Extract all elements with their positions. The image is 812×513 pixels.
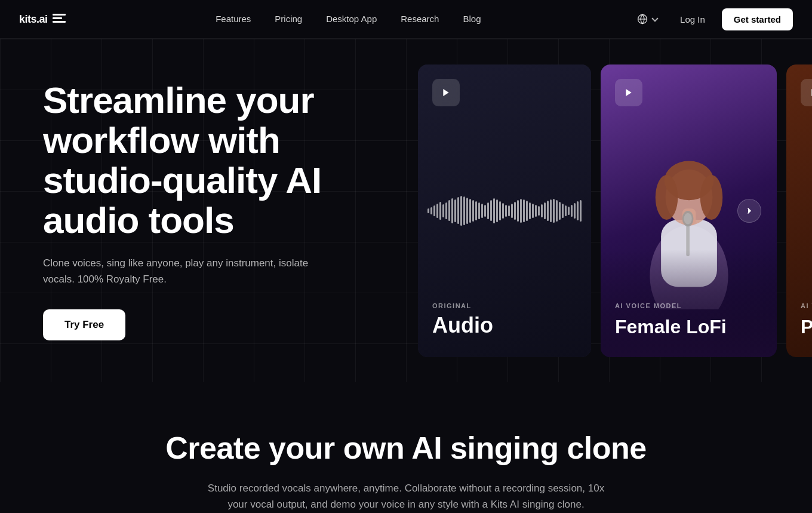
- waveform-bar: [481, 204, 483, 218]
- play-icon-voice: [624, 88, 633, 97]
- globe-icon: [637, 14, 648, 24]
- login-link[interactable]: Log In: [670, 10, 715, 29]
- play-button-partial[interactable]: [801, 79, 812, 106]
- waveform-display: [418, 193, 591, 229]
- bottom-subtitle: Studio recorded vocals anywhere, anytime…: [203, 480, 609, 512]
- waveform-bar: [538, 206, 540, 216]
- waveform-bar: [541, 204, 543, 217]
- hero-subtitle: Clone voices, sing like anyone, play any…: [43, 255, 327, 287]
- card-original-bg: ORIGINAL Audio: [418, 64, 591, 357]
- waveform-bar: [445, 202, 447, 219]
- waveform-bar: [493, 198, 495, 223]
- waveform-bar: [457, 197, 459, 224]
- logo-text: kits.ai: [19, 13, 48, 26]
- waveform-bar: [472, 200, 474, 222]
- svg-marker-1: [443, 89, 448, 96]
- waveform-bar: [547, 201, 549, 221]
- svg-marker-12: [626, 89, 631, 96]
- waveform-bar: [502, 203, 504, 219]
- chevron-right-icon: [745, 206, 754, 216]
- waveform-bar: [460, 196, 462, 226]
- svg-point-7: [655, 175, 678, 220]
- waveform-bar: [484, 205, 486, 217]
- play-button-voice[interactable]: [615, 79, 642, 106]
- waveform-bar: [427, 208, 429, 213]
- waveform-bar: [463, 196, 465, 225]
- card-partial-main-label: Po...: [801, 316, 812, 338]
- hero-section: Streamline your workflow with studio-qua…: [0, 0, 812, 382]
- nav-item-research[interactable]: Research: [391, 14, 448, 24]
- play-icon-original: [441, 88, 451, 97]
- logo-link[interactable]: kits.ai: [19, 13, 66, 26]
- waveform-bar: [442, 204, 444, 217]
- waveform-bar: [517, 200, 519, 222]
- waveform-bar: [529, 202, 531, 219]
- card-partial: AI V... Po...: [786, 64, 812, 357]
- nav-right: Log In Get started: [631, 8, 793, 30]
- card-voice-main-label: Female LoFi: [615, 316, 727, 338]
- hero-content: Streamline your workflow with studio-qua…: [0, 45, 370, 376]
- nav-item-blog[interactable]: Blog: [453, 14, 490, 24]
- waveform-bar: [496, 199, 498, 222]
- waveform-bar: [454, 199, 456, 222]
- svg-point-11: [684, 213, 691, 224]
- waveform-bar: [544, 202, 546, 219]
- try-free-button[interactable]: Try Free: [43, 309, 125, 340]
- waveform-bar: [469, 199, 471, 223]
- nav-link-pricing[interactable]: Pricing: [265, 9, 312, 29]
- globe-button[interactable]: [631, 10, 663, 28]
- waveform-bar: [580, 200, 582, 222]
- chevron-down-icon: [651, 15, 658, 21]
- nav-links: Features Pricing Desktop App Research Bl…: [206, 14, 490, 24]
- waveform-bar: [562, 204, 564, 218]
- card-original: ORIGINAL Audio: [418, 64, 591, 357]
- nav-link-blog[interactable]: Blog: [453, 9, 490, 29]
- waveform-bar: [535, 205, 537, 217]
- next-arrow-button[interactable]: [737, 199, 761, 223]
- play-icon-partial: [810, 88, 812, 97]
- card-partial-type-label: AI V...: [801, 302, 812, 309]
- waveform-bar: [571, 205, 573, 217]
- waveform-bar: [559, 202, 561, 220]
- logo-icon: [53, 14, 66, 24]
- waveform-bar: [568, 207, 570, 215]
- nav-item-features[interactable]: Features: [206, 14, 260, 24]
- waveform-bar: [487, 202, 489, 219]
- waveform-bar: [466, 198, 468, 224]
- waveform-bar: [556, 200, 558, 222]
- card-original-type-label: ORIGINAL: [432, 302, 472, 309]
- waveform-bar: [523, 199, 525, 222]
- waveform-bar: [433, 205, 435, 216]
- waveform-bar: [430, 207, 432, 214]
- waveform-bar: [478, 202, 480, 219]
- waveform-bar: [508, 205, 510, 216]
- waveform-bar: [475, 201, 477, 220]
- nav-link-research[interactable]: Research: [391, 9, 448, 29]
- nav-item-pricing[interactable]: Pricing: [265, 14, 312, 24]
- waveform-bar: [526, 201, 528, 221]
- waveform-bar: [577, 201, 579, 220]
- get-started-button[interactable]: Get started: [722, 8, 793, 30]
- nav-item-desktop[interactable]: Desktop App: [316, 14, 386, 24]
- waveform-bar: [574, 203, 576, 219]
- svg-point-8: [700, 175, 722, 220]
- waveform-bar: [451, 198, 453, 223]
- nav-link-features[interactable]: Features: [206, 9, 260, 29]
- card-voice-type-label: AI VOICE MODEL: [615, 302, 682, 309]
- navbar: kits.ai Features Pricing Desktop App Res…: [0, 0, 812, 39]
- waveform-bar: [532, 204, 534, 218]
- waveform-bar: [448, 200, 450, 221]
- play-button-original[interactable]: [432, 79, 460, 106]
- waveform-bar: [439, 202, 441, 220]
- waveform-bar: [565, 205, 567, 216]
- waveform-bar: [511, 204, 513, 218]
- hero-cards: ORIGINAL Audio: [406, 39, 812, 382]
- nav-link-desktop[interactable]: Desktop App: [316, 9, 386, 29]
- waveform-bar: [520, 199, 522, 223]
- waveform-bar: [553, 199, 555, 223]
- card-original-main-label: Audio: [432, 313, 493, 338]
- waveform-bar: [550, 199, 552, 222]
- waveform-bar: [514, 202, 516, 220]
- bottom-section: Create your own AI singing clone Studio …: [0, 382, 812, 513]
- waveform-bar: [490, 200, 492, 221]
